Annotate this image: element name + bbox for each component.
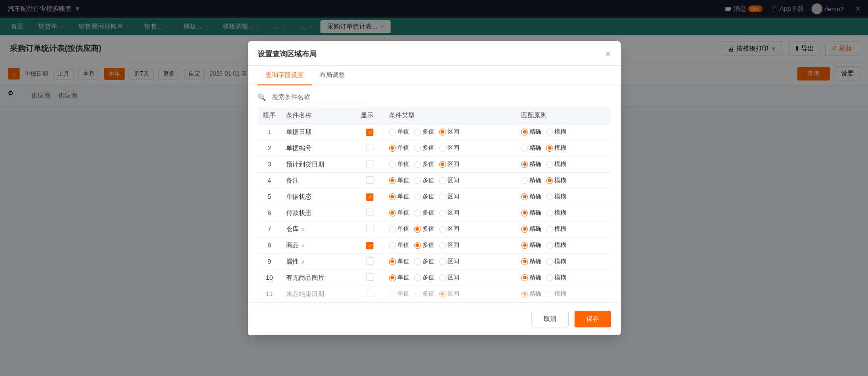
search-input[interactable] [269,91,367,103]
modal-tab-query-fields[interactable]: 查询字段设置 [258,66,312,85]
modal-title: 设置查询区域布局 [258,50,316,65]
modal-header: 设置查询区域布局 × [248,41,621,66]
search-icon: 🔍 [258,93,266,101]
modal-tab-query-fields-label: 查询字段设置 [265,71,304,79]
modal-search-area: 🔍 [248,85,621,107]
modal-tab-layout-adjust-label: 布局调整 [319,71,345,79]
modal-tab-layout-adjust[interactable]: 布局调整 [312,66,353,85]
modal-overlay: 设置查询区域布局 × 查询字段设置 布局调整 🔍 顺序 条件名称 [0,0,868,107]
modal-dialog: 设置查询区域布局 × 查询字段设置 布局调整 🔍 顺序 条件名称 [248,41,621,107]
modal-close-button[interactable]: × [605,49,611,65]
modal-tabs: 查询字段设置 布局调整 [248,66,621,85]
